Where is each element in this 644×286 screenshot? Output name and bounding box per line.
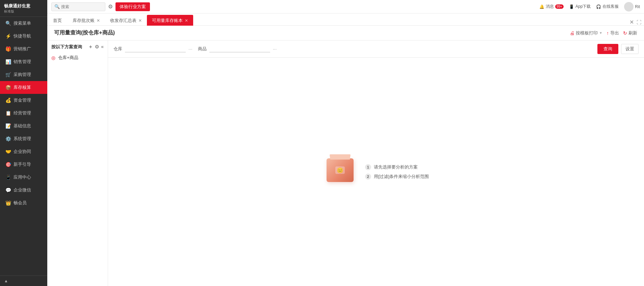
tab-batch-ledger-close[interactable]: ✕ <box>97 18 100 23</box>
empty-state: 😐 1 请先选择要分析的方案 2 用[过滤]条件来缩小分析范围 <box>108 58 644 286</box>
add-scheme-icon[interactable]: ＋ <box>88 44 93 50</box>
headset-icon: 🎧 <box>596 4 601 9</box>
online-service-button[interactable]: 🎧 在线客服 <box>596 4 619 9</box>
tab-available-ledger-label: 可用量库存账本 <box>152 18 183 24</box>
close-tab-icon[interactable]: ✕ <box>629 19 634 25</box>
clipboard-icon: 📋 <box>5 110 11 116</box>
cart-icon: 🛒 <box>5 72 11 77</box>
print-icon: 🖨 <box>570 30 574 36</box>
query-button[interactable]: 查询 <box>597 44 618 54</box>
search-box[interactable]: 🔍 <box>51 2 105 11</box>
refresh-button[interactable]: ↻ 刷新 <box>623 30 637 36</box>
sidebar-item-wechat[interactable]: 💬 企业微信 <box>0 184 47 197</box>
refresh-icon: ↻ <box>623 30 627 36</box>
online-service-label: 在线客服 <box>602 4 619 9</box>
tab-batch-ledger-label: 库存批次账 <box>73 18 95 24</box>
tab-collection-summary-label: 收发存汇总表 <box>110 18 136 24</box>
edit-scheme-icon[interactable]: ⊙ <box>95 44 99 50</box>
sidebar-item-search[interactable]: 🔍 搜索菜单 <box>0 17 47 30</box>
settings-button[interactable]: 设置 <box>621 44 639 54</box>
sidebar-item-finance[interactable]: 💰 资金管理 <box>0 94 47 107</box>
warehouse-more-icon[interactable]: ··· <box>188 46 192 52</box>
mobile-icon: 📱 <box>5 175 11 180</box>
sidebar-item-inventory[interactable]: 📦 库存核算 <box>0 81 47 94</box>
tabbar: 首页 库存批次账 ✕ 收发存汇总表 ✕ 可用量库存账本 ✕ ✕ ⛶ <box>47 14 644 26</box>
settings-icon[interactable]: ⚙ <box>108 3 113 10</box>
sidebar-item-label: 新手引导 <box>14 161 31 167</box>
sidebar-item-marketing[interactable]: 🎁 营销推广 <box>0 43 47 55</box>
warehouse-filter-group: 仓库 ··· <box>113 46 192 52</box>
step-number-2: 2 <box>365 174 371 180</box>
avatar <box>624 2 634 11</box>
tab-home[interactable]: 首页 <box>47 15 68 26</box>
empty-box-face: 😐 <box>335 166 345 174</box>
tab-collection-summary-close[interactable]: ✕ <box>138 18 142 23</box>
tab-available-ledger[interactable]: 可用量库存账本 ✕ <box>147 15 193 26</box>
sidebar-item-purchase[interactable]: 🛒 采购管理 <box>0 68 47 81</box>
sidebar-item-enterprise[interactable]: 🤝 企业协同 <box>0 145 47 158</box>
export-button[interactable]: ↑ 导出 <box>607 30 619 36</box>
tab-batch-ledger[interactable]: 库存批次账 ✕ <box>68 15 105 26</box>
empty-step-1-label: 请先选择要分析的方案 <box>374 164 418 170</box>
product-more-icon[interactable]: ··· <box>273 46 277 52</box>
refresh-label: 刷新 <box>628 30 637 36</box>
filter-bar: 仓库 ··· 商品 ··· 查询 设置 <box>108 41 644 58</box>
box-icon: 📦 <box>5 85 11 90</box>
tab-collection-summary[interactable]: 收发存汇总表 ✕ <box>105 15 147 26</box>
sidebar-item-label: 采购管理 <box>14 72 31 78</box>
sidebar-item-vip[interactable]: 👑 畅会员 <box>0 197 47 209</box>
tab-home-label: 首页 <box>53 18 62 24</box>
product-input[interactable] <box>209 46 270 52</box>
collapse-panel-icon[interactable]: « <box>101 44 104 50</box>
sidebar-item-label: 快捷导航 <box>14 33 31 39</box>
expand-icon: ▲ <box>4 279 8 283</box>
sidebar-item-label: 应用中心 <box>14 174 31 180</box>
app-download-label: App下载 <box>575 4 591 9</box>
print-button[interactable]: 🖨 按模板打印 ▼ <box>570 30 602 36</box>
sidebar-item-label: 企业协同 <box>14 149 31 155</box>
sidebar-item-sales[interactable]: 📊 销售管理 <box>0 55 47 68</box>
warehouse-label: 仓库 <box>113 46 122 52</box>
gift-icon: 🎁 <box>5 46 11 52</box>
sidebar-item-shortcut[interactable]: ⚡ 快捷导航 <box>0 30 47 43</box>
sidebar-item-app-center[interactable]: 📱 应用中心 <box>0 171 47 184</box>
export-label: 导出 <box>610 30 619 36</box>
sidebar-item-label: 系统管理 <box>14 136 31 142</box>
step-number-1: 1 <box>365 164 371 170</box>
page-actions: 🖨 按模板打印 ▼ ↑ 导出 ↻ 刷新 <box>570 30 637 36</box>
chat-icon: 💬 <box>5 187 11 193</box>
expand-icon[interactable]: ⛶ <box>637 20 641 25</box>
empty-box: 😐 <box>327 158 354 182</box>
user-profile[interactable]: Rit <box>624 2 640 11</box>
sidebar-item-system[interactable]: ⚙️ 系统管理 <box>0 132 47 145</box>
query-panel: 仓库 ··· 商品 ··· 查询 设置 <box>108 41 644 286</box>
scheme-panel-header: 按以下方案查询 ＋ ⊙ « <box>47 41 108 52</box>
sidebar-item-label: 畅会员 <box>14 200 27 206</box>
print-label: 按模板打印 <box>576 30 598 36</box>
empty-step-1: 1 请先选择要分析的方案 <box>365 164 429 170</box>
scheme-panel-title: 按以下方案查询 <box>51 44 82 50</box>
sidebar-item-basic-info[interactable]: 📝 基础信息 <box>0 120 47 132</box>
tab-available-ledger-close[interactable]: ✕ <box>185 18 188 23</box>
trial-button[interactable]: 体验行业方案 <box>115 2 150 11</box>
warehouse-input[interactable] <box>125 46 186 52</box>
scheme-item-icon: ◎ <box>51 55 55 60</box>
target-icon: 🎯 <box>5 162 11 167</box>
sidebar-item-operations[interactable]: 📋 经营管理 <box>0 107 47 120</box>
topbar: 🔍 ⚙ 体验行业方案 🔔 消息 99+ 📱 App下载 🎧 在线客服 Rit <box>47 0 644 14</box>
sidebar-item-guide[interactable]: 🎯 新手引导 <box>0 158 47 171</box>
app-download-button[interactable]: 📱 App下载 <box>569 4 591 9</box>
scheme-panel: 按以下方案查询 ＋ ⊙ « ◎ 仓库+商品 <box>47 41 108 286</box>
search-input[interactable] <box>61 4 95 9</box>
sidebar-item-label: 营销推广 <box>14 46 31 52</box>
sidebar-item-label: 企业微信 <box>14 187 31 193</box>
note-icon: 📝 <box>5 123 11 129</box>
print-dropdown-icon[interactable]: ▼ <box>599 31 602 35</box>
sidebar: 畅康通好生意 标准版 🔍 搜索菜单 ⚡ 快捷导航 🎁 营销推广 📊 销售管理 🛒… <box>0 0 47 286</box>
panel-body: 按以下方案查询 ＋ ⊙ « ◎ 仓库+商品 仓库 <box>47 41 644 286</box>
scheme-item-warehouse-product[interactable]: ◎ 仓库+商品 <box>47 52 108 63</box>
message-button[interactable]: 🔔 消息 99+ <box>539 4 564 9</box>
app-version: 标准版 <box>4 9 43 14</box>
main-area: 🔍 ⚙ 体验行业方案 🔔 消息 99+ 📱 App下载 🎧 在线客服 Rit <box>47 0 644 286</box>
app-name: 畅康通好生意 <box>4 3 43 9</box>
